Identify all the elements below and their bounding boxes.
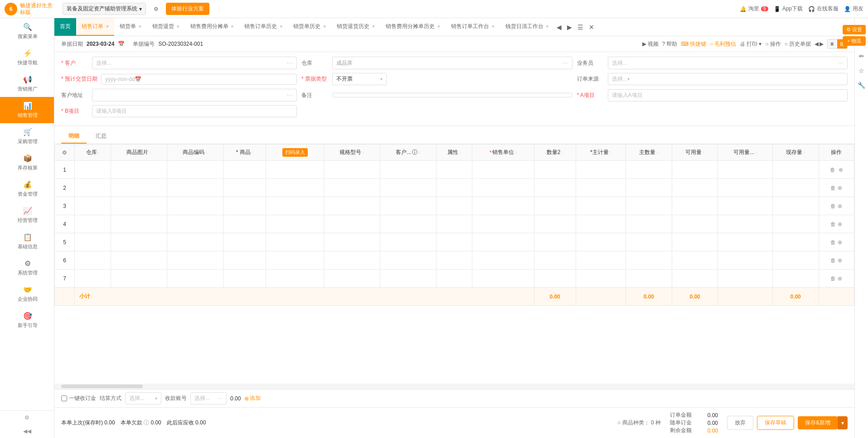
warehouse-input[interactable]: 成品库 ··· <box>332 57 572 69</box>
notifications-item[interactable]: 🔔 淘里 9 <box>740 5 768 13</box>
tab-summary[interactable]: 汇总 <box>88 130 114 144</box>
close-tab-icon[interactable]: × <box>546 24 549 29</box>
delivery-date-input[interactable]: yyyy-mm-dd 📅 <box>101 74 297 85</box>
sidebar-collapse-btn[interactable]: ◀◀ <box>0 424 54 438</box>
tab-invoice-history[interactable]: 销货单历史 × <box>288 18 331 36</box>
row-barcode[interactable] <box>266 161 324 179</box>
sort-customercode-icon[interactable]: ↕ <box>418 150 420 154</box>
a-project-input[interactable]: 请输入A项目 <box>608 89 848 101</box>
close-tab-icon[interactable]: × <box>139 24 141 29</box>
delete-row-icon[interactable]: 🗑 <box>830 167 835 173</box>
help-btn[interactable]: ? 帮助 <box>662 40 678 48</box>
sort-qty2-icon[interactable]: ↕ <box>561 150 563 154</box>
print-btn[interactable]: 🖨 打印 ▾ <box>740 40 761 48</box>
customer-code-info-icon[interactable]: ⓘ <box>412 149 417 156</box>
sort-attribute-icon[interactable]: ↕ <box>459 150 461 154</box>
close-tab-icon[interactable]: × <box>492 24 495 29</box>
tab-expense-history[interactable]: 销售费用分摊单历史 × <box>380 18 446 36</box>
nav-next-icon[interactable]: ▶ <box>820 41 824 47</box>
sort-available2-icon[interactable]: ↕ <box>755 150 757 154</box>
tab-home[interactable]: 首页 <box>54 18 76 36</box>
view-btn[interactable]: ▶ 视频 <box>642 40 659 48</box>
tab-next-btn[interactable]: ▶ <box>564 24 575 31</box>
close-tab-icon[interactable]: × <box>106 24 109 29</box>
row-warehouse[interactable] <box>75 161 111 179</box>
add-payment-btn[interactable]: ⊕ 添加 <box>244 395 261 402</box>
history-btn[interactable]: ○ 历史单据 <box>785 40 811 48</box>
one-click-checkout-label[interactable]: 一键收订金 <box>61 395 96 402</box>
invoice-type-select[interactable]: 不开票 ▾ <box>332 73 387 85</box>
payment-method-select[interactable]: 选择... ▾ <box>125 392 161 404</box>
copy-row-icon[interactable]: ⊕ <box>838 185 842 191</box>
right-sidebar-icon-4[interactable]: ☆ <box>856 65 867 76</box>
close-tab-icon[interactable]: × <box>231 24 234 29</box>
tab-sales-return[interactable]: 销货退货 × <box>147 18 185 36</box>
sidebar-item-inventory[interactable]: 📦 库存核算 <box>0 149 54 176</box>
row-available[interactable] <box>672 161 718 179</box>
order-source-input[interactable]: 选择... ▾ <box>608 73 848 85</box>
discard-button[interactable]: 放弃 <box>727 416 753 430</box>
sidebar-item-purchase[interactable]: 🛒 采购管理 <box>0 123 54 149</box>
calendar-icon[interactable]: 📅 <box>118 41 125 47</box>
delete-row-icon[interactable]: 🗑 <box>830 257 836 264</box>
nav-prev-icon[interactable]: ◀ <box>815 41 819 47</box>
tab-prev-btn[interactable]: ◀ <box>554 24 564 31</box>
sort-code-icon[interactable]: ↕ <box>205 150 207 154</box>
sidebar-item-system[interactable]: ⚙ 系统管理 <box>0 255 54 281</box>
row-customer-code[interactable] <box>380 161 436 179</box>
address-input[interactable]: ··· <box>92 89 297 101</box>
settings-icon[interactable]: ⚙ <box>150 3 162 15</box>
sidebar-item-marketing[interactable]: 📢 营销推广 <box>0 71 54 97</box>
close-tab-icon[interactable]: × <box>437 24 440 29</box>
row-main-unit[interactable] <box>576 161 626 179</box>
col-gear[interactable]: ⚙ <box>55 144 75 161</box>
online-service-item[interactable]: 🎧 在线客服 <box>808 5 839 13</box>
customer-input[interactable]: 选择... ··· <box>92 57 297 69</box>
delete-row-icon[interactable]: 🗑 <box>830 275 836 282</box>
sort-spec-icon[interactable]: ↕ <box>362 150 364 154</box>
delete-row-icon[interactable]: 🗑 <box>830 239 836 245</box>
tab-workbench[interactable]: 销售订单工作台 × <box>446 18 500 36</box>
scroll-thumb[interactable] <box>61 385 143 388</box>
sort-product-icon[interactable]: ↕ <box>252 150 253 154</box>
copy-row-icon[interactable]: ⊕ <box>838 275 842 282</box>
row-current-stock[interactable] <box>772 161 819 179</box>
remarks-input[interactable] <box>332 93 572 97</box>
row-qty2[interactable] <box>534 161 576 179</box>
sort-mainunit-icon[interactable]: ↕ <box>610 150 611 154</box>
tab-daily-clear[interactable]: 钱货日清工作台 × <box>500 18 554 36</box>
copy-row-icon[interactable]: ⊕ <box>838 239 842 245</box>
profit-forecast-btn[interactable]: ○ 毛利预估 <box>710 40 736 48</box>
save-draft-button[interactable]: 保存草稿 <box>757 416 794 430</box>
warehouse-expand-icon[interactable]: ··· <box>562 59 568 67</box>
info-icon[interactable]: ⓘ <box>144 419 149 426</box>
goods-count-icon[interactable]: ○ <box>617 419 621 426</box>
tab-return-history[interactable]: 销货退货历史 × <box>331 18 380 36</box>
right-sidebar-icon-3[interactable]: ✏ <box>856 51 867 62</box>
row-product[interactable] <box>223 161 266 179</box>
sidebar-settings-btn[interactable]: ⚙ <box>0 411 54 424</box>
solution-button[interactable]: 体验行业方案 <box>166 3 209 15</box>
list-view-icon[interactable]: ≡ <box>828 39 836 48</box>
row-available2[interactable] <box>718 161 772 179</box>
tab-close-all-btn[interactable]: ✕ <box>586 24 597 31</box>
sort-unit-icon[interactable]: ↕ <box>515 150 517 154</box>
close-tab-icon[interactable]: × <box>372 24 375 29</box>
shortcut-btn[interactable]: ⌨ 快捷键 <box>681 40 706 48</box>
sidebar-item-nav[interactable]: ⚡ 快捷导航 <box>0 44 54 71</box>
tab-sales-expense[interactable]: 销售费用分摊单 × <box>185 18 239 36</box>
copy-row-icon[interactable]: ⊕ <box>838 203 842 209</box>
copy-row-icon[interactable]: ⊕ <box>839 167 843 173</box>
save-new-button[interactable]: 保存&新增 <box>798 416 838 429</box>
sidebar-item-guide[interactable]: 🎯 新手引导 <box>0 307 54 333</box>
tab-menu-btn[interactable]: ☰ <box>575 24 586 31</box>
tab-sales-order[interactable]: 销售订单 × <box>76 18 114 36</box>
customer-expand-icon[interactable]: ··· <box>287 59 293 67</box>
sidebar-item-sales[interactable]: 📊 销售管理 <box>0 97 54 123</box>
sidebar-item-search[interactable]: 🔍 搜索菜单 <box>0 18 54 44</box>
save-new-dropdown-btn[interactable]: ▾ <box>838 416 848 429</box>
row-code[interactable] <box>167 161 223 179</box>
delete-row-icon[interactable]: 🗑 <box>830 203 836 209</box>
column-settings-icon[interactable]: ⚙ <box>62 149 67 156</box>
row-spec[interactable] <box>324 161 380 179</box>
